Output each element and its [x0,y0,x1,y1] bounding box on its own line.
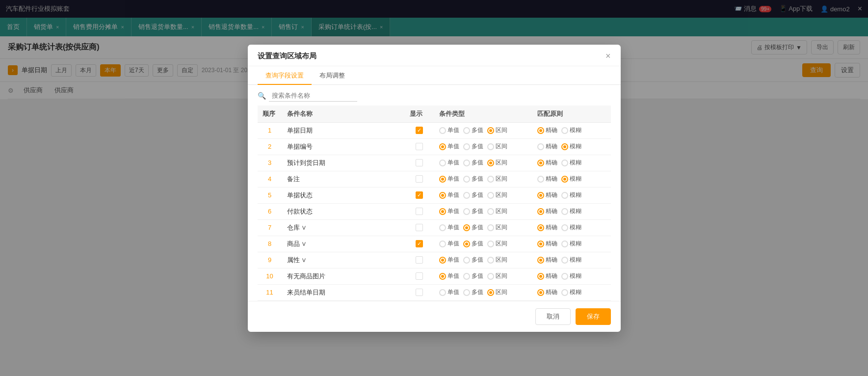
modal-overlay: 设置查询区域布局 × 查询字段设置 布局调整 🔍 顺序 条件名称 显示 条件类型 [0,0,868,99]
dialog-tab-fields[interactable]: 查询字段设置 [258,66,312,85]
dialog-close-button[interactable]: × [605,52,611,60]
dialog-tab-layout[interactable]: 布局调整 [312,66,353,85]
search-input[interactable] [269,90,357,100]
dialog-header: 设置查询区域布局 × [248,45,621,66]
dialog-search-bar: 🔍 [248,85,621,100]
dialog-tabs: 查询字段设置 布局调整 [248,66,621,85]
settings-dialog: 设置查询区域布局 × 查询字段设置 布局调整 🔍 顺序 条件名称 显示 条件类型 [248,45,621,100]
search-icon: 🔍 [258,92,266,100]
dialog-title: 设置查询区域布局 [258,52,316,61]
